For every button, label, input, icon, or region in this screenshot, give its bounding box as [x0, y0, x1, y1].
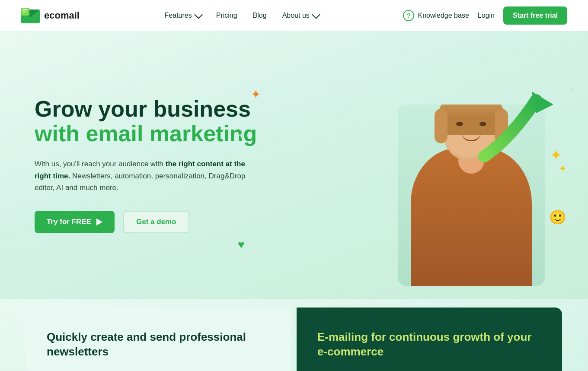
card-ecommerce-title: E-mailing for continuous growth of your … — [317, 330, 541, 359]
card-newsletters-title: Quickly create and send professional new… — [47, 330, 271, 359]
arrow-decoration — [476, 87, 562, 165]
get-demo-button[interactable]: Get a demo — [123, 211, 189, 233]
nav-pricing[interactable]: Pricing — [210, 8, 243, 23]
star-cluster: ✦ ✦ — [550, 148, 566, 174]
nav-blog[interactable]: Blog — [247, 8, 273, 23]
plus-icon: + — [569, 83, 575, 96]
try-free-button[interactable]: Try for FREE — [35, 211, 115, 233]
star-small-icon: ✦ — [543, 139, 549, 149]
logo-text: ecomail — [44, 10, 80, 21]
nav-right: ? Knowledge base Login Start free trial — [403, 6, 567, 25]
nav-about[interactable]: About us — [276, 8, 324, 23]
start-free-trial-button[interactable]: Start free trial — [503, 6, 567, 25]
features-chevron-icon — [194, 10, 203, 19]
smiley-icon: 🙂 — [549, 209, 566, 225]
navbar: ecomail Features Pricing Blog About us ?… — [0, 0, 588, 31]
about-chevron-icon — [312, 10, 320, 19]
nav-links: Features Pricing Blog About us — [159, 8, 324, 23]
hero-content: Grow your business with email marketing … — [35, 71, 285, 259]
star-orange-icon: ✦ — [251, 87, 261, 101]
hero-buttons: Try for FREE Get a demo — [35, 211, 285, 233]
svg-rect-3 — [22, 9, 28, 10]
kb-question-icon: ? — [403, 10, 414, 21]
hero-heading: Grow your business with email marketing — [35, 97, 285, 146]
hero-description: With us, you'll reach your audience with… — [35, 158, 259, 193]
logo[interactable]: ecomail — [21, 8, 80, 23]
hero-image-area: ✦ ✦ ♥ — [285, 44, 553, 286]
login-link[interactable]: Login — [478, 12, 495, 19]
hero-section: Grow your business with email marketing … — [0, 31, 588, 299]
heart-icon: ♥ — [238, 238, 244, 251]
card-newsletters: Quickly create and send professional new… — [26, 308, 291, 371]
knowledge-base-link[interactable]: ? Knowledge base — [403, 10, 469, 21]
logo-icon — [21, 8, 40, 23]
cards-section: Quickly create and send professional new… — [0, 299, 588, 371]
nav-features[interactable]: Features — [159, 8, 207, 23]
svg-rect-4 — [22, 11, 26, 13]
star-green-icon: ✦ — [238, 130, 245, 141]
play-icon — [96, 219, 102, 225]
card-ecommerce: E-mailing for continuous growth of your … — [297, 308, 562, 371]
